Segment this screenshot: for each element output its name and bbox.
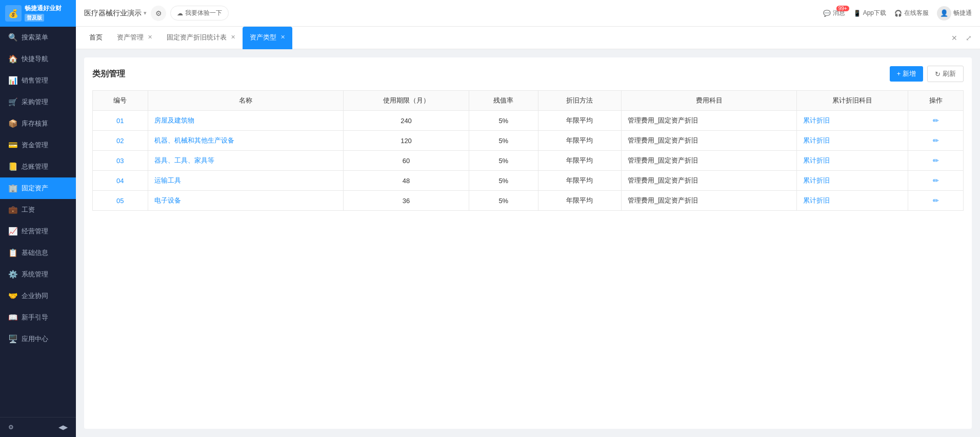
- handshake-icon: 🤝: [8, 291, 17, 301]
- customer-service-action[interactable]: 🎧 在线客服: [894, 9, 929, 17]
- cell-action: ✏: [908, 191, 964, 211]
- messages-action[interactable]: 💬 消息 99+: [823, 9, 845, 17]
- cart-icon: 🛒: [8, 97, 17, 107]
- cell-method: 年限平均: [538, 171, 621, 191]
- experience-btn[interactable]: ☁ 我要体验一下: [170, 6, 229, 21]
- cell-method: 年限平均: [538, 111, 621, 131]
- sidebar-item-ledger[interactable]: 📒 总账管理: [0, 156, 76, 177]
- tab-depreciation[interactable]: 固定资产折旧统计表 ✕: [159, 27, 243, 49]
- col-header-method: 折旧方法: [538, 91, 621, 111]
- col-header-period: 使用期限（月）: [344, 91, 469, 111]
- tab-home[interactable]: 首页: [82, 27, 110, 49]
- cell-accum-subject: 累计折旧: [797, 151, 908, 171]
- cell-code: 02: [93, 131, 148, 151]
- sidebar-item-sys-mgmt[interactable]: ⚙️ 系统管理: [0, 264, 76, 285]
- page-header: 类别管理 + 新增 ↻ 刷新: [92, 66, 964, 82]
- accum-link[interactable]: 累计折旧: [803, 196, 830, 204]
- tab-asset-mgmt[interactable]: 资产管理 ✕: [110, 27, 159, 49]
- accum-link[interactable]: 累计折旧: [803, 176, 830, 184]
- avatar: 👤: [937, 6, 951, 21]
- sidebar-item-beginner[interactable]: 📖 新手引导: [0, 307, 76, 328]
- company-name[interactable]: 医疗器械行业演示 ▾: [84, 9, 147, 18]
- cell-expense-subject: 管理费用_固定资产折旧: [622, 151, 797, 171]
- dropdown-arrow-icon: ▾: [144, 10, 147, 16]
- accum-link[interactable]: 累计折旧: [803, 156, 830, 164]
- cell-action: ✏: [908, 151, 964, 171]
- cell-accum-subject: 累计折旧: [797, 131, 908, 151]
- logo-text: 畅捷通好业财 普及版: [25, 5, 62, 22]
- cell-action: ✏: [908, 131, 964, 151]
- tabbar-right: ✕ ⤢: [949, 32, 974, 44]
- headset-icon: 🎧: [894, 10, 902, 17]
- sidebar-item-sales[interactable]: 📊 销售管理: [0, 70, 76, 91]
- cell-expense-subject: 管理费用_固定资产折旧: [622, 171, 797, 191]
- gear-icon: ⚙️: [8, 270, 17, 279]
- tab-close-asset-mgmt[interactable]: ✕: [148, 34, 152, 41]
- cell-name: 房屋及建筑物: [148, 111, 344, 131]
- name-link[interactable]: 机器、机械和其他生产设备: [154, 136, 234, 144]
- edit-icon[interactable]: ✏: [933, 116, 939, 125]
- name-link[interactable]: 运输工具: [154, 176, 181, 184]
- edit-icon[interactable]: ✏: [933, 196, 939, 205]
- tab-close-asset-type[interactable]: ✕: [281, 34, 285, 41]
- edit-icon[interactable]: ✏: [933, 156, 939, 165]
- refresh-btn[interactable]: ↻ 刷新: [927, 66, 964, 82]
- sidebar-item-inventory[interactable]: 📦 库存核算: [0, 113, 76, 134]
- app-download-action[interactable]: 📱 App下载: [853, 9, 886, 17]
- sidebar-item-search[interactable]: 🔍 搜索菜单: [0, 27, 76, 48]
- expand-tab-btn[interactable]: ⤢: [964, 32, 974, 44]
- cell-expense-subject: 管理费用_固定资产折旧: [622, 191, 797, 211]
- close-tab-btn[interactable]: ✕: [949, 32, 959, 44]
- cell-code: 05: [93, 191, 148, 211]
- box-icon: 📦: [8, 119, 17, 128]
- code-link[interactable]: 03: [116, 157, 124, 165]
- sidebar: 💰 畅捷通好业财 普及版 🔍 搜索菜单 🏠 快捷导航 📊 销售管理 🛒 采购管理…: [0, 0, 76, 437]
- table-row: 04 运输工具 48 5% 年限平均 管理费用_固定资产折旧 累计折旧 ✏: [93, 171, 964, 191]
- briefcase-icon: 💼: [8, 205, 17, 214]
- monitor-icon: 🖥️: [8, 334, 17, 344]
- table-row: 02 机器、机械和其他生产设备 120 5% 年限平均 管理费用_固定资产折旧 …: [93, 131, 964, 151]
- sidebar-item-app-center[interactable]: 🖥️ 应用中心: [0, 328, 76, 350]
- code-link[interactable]: 02: [116, 137, 124, 145]
- cell-accum-subject: 累计折旧: [797, 111, 908, 131]
- sidebar-item-quick-nav[interactable]: 🏠 快捷导航: [0, 48, 76, 70]
- topbar: 医疗器械行业演示 ▾ ⚙ ☁ 我要体验一下 💬 消息 99+ 📱 App下载 🎧…: [76, 0, 980, 27]
- search-icon: 🔍: [8, 33, 17, 42]
- cell-period: 120: [344, 131, 469, 151]
- sidebar-item-biz-mgmt[interactable]: 📈 经营管理: [0, 221, 76, 242]
- page-title: 类别管理: [92, 69, 125, 80]
- name-link[interactable]: 电子设备: [154, 196, 181, 204]
- tab-asset-type[interactable]: 资产类型 ✕: [243, 27, 292, 49]
- accum-link[interactable]: 累计折旧: [803, 136, 830, 144]
- card-icon: 💳: [8, 141, 17, 150]
- tab-close-depreciation[interactable]: ✕: [231, 34, 235, 41]
- accum-link[interactable]: 累计折旧: [803, 116, 830, 124]
- code-link[interactable]: 05: [116, 197, 124, 205]
- sidebar-item-basic-info[interactable]: 📋 基础信息: [0, 242, 76, 264]
- company-settings-btn[interactable]: ⚙: [151, 6, 166, 21]
- sidebar-item-enterprise[interactable]: 🤝 企业协同: [0, 285, 76, 307]
- edit-icon[interactable]: ✏: [933, 136, 939, 145]
- name-link[interactable]: 房屋及建筑物: [154, 116, 194, 124]
- topbar-left: 医疗器械行业演示 ▾ ⚙ ☁ 我要体验一下: [84, 6, 817, 21]
- code-link[interactable]: 04: [116, 177, 124, 185]
- cell-residual: 5%: [469, 151, 538, 171]
- sidebar-item-payroll[interactable]: 💼 工资: [0, 199, 76, 221]
- collapse-btn[interactable]: ◀▶: [56, 422, 70, 433]
- cell-method: 年限平均: [538, 131, 621, 151]
- trending-icon: 📈: [8, 227, 17, 236]
- new-btn[interactable]: + 新增: [890, 66, 923, 82]
- table-row: 03 器具、工具、家具等 60 5% 年限平均 管理费用_固定资产折旧 累计折旧…: [93, 151, 964, 171]
- sidebar-item-purchase[interactable]: 🛒 采购管理: [0, 91, 76, 113]
- cell-accum-subject: 累计折旧: [797, 191, 908, 211]
- topbar-right: 💬 消息 99+ 📱 App下载 🎧 在线客服 👤 畅捷通: [823, 6, 972, 21]
- edit-icon[interactable]: ✏: [933, 176, 939, 185]
- name-link[interactable]: 器具、工具、家具等: [154, 156, 214, 164]
- settings-bottom-btn[interactable]: ⚙: [6, 422, 16, 433]
- code-link[interactable]: 01: [116, 117, 124, 125]
- cell-period: 36: [344, 191, 469, 211]
- sidebar-item-fixed-asset[interactable]: 🏢 固定资产: [0, 177, 76, 199]
- cell-period: 60: [344, 151, 469, 171]
- user-action[interactable]: 👤 畅捷通: [937, 6, 972, 21]
- sidebar-item-fund[interactable]: 💳 资金管理: [0, 134, 76, 156]
